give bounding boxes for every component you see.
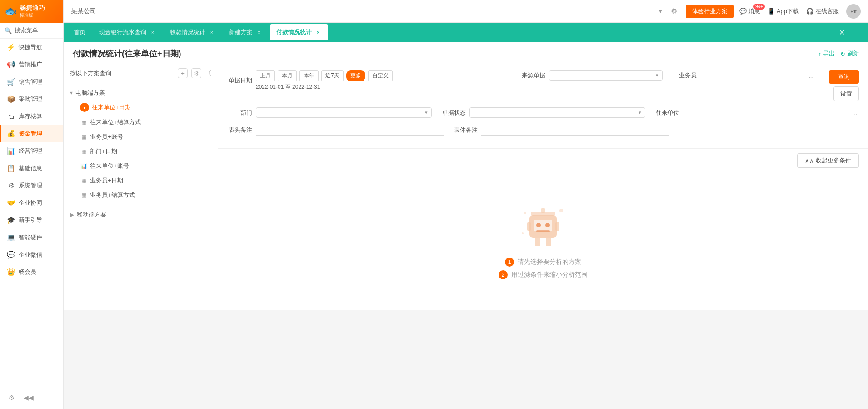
tab-home[interactable]: 首页 [67, 24, 92, 40]
app-download-btn[interactable]: 📱 App下载 [768, 7, 799, 15]
add-scheme-btn[interactable]: + [178, 68, 188, 78]
search-menu[interactable]: 🔍 搜索菜单 [0, 23, 63, 39]
sidebar-item-hardware[interactable]: 💻 智能硬件 [0, 229, 63, 246]
online-service-btn[interactable]: 🎧 在线客服 [806, 7, 839, 15]
source-field: 来源单据 ▾ [520, 70, 663, 81]
scheme-group-arrow: ▾ [70, 90, 73, 96]
sidebar-item-cooperation[interactable]: 🤝 企业协同 [0, 194, 63, 212]
scheme-item-staff-account[interactable]: ▦ 业务员+账号 [64, 130, 218, 144]
scheme-item-staff-settle[interactable]: ▦ 业务员+结算方式 [64, 188, 218, 202]
sidebar-item-label: 销售管理 [19, 78, 42, 86]
maximize-btn[interactable]: ⛶ [852, 26, 864, 39]
dept-select[interactable]: ▾ [256, 107, 432, 118]
sidebar-item-purchase[interactable]: 📦 采购管理 [0, 91, 63, 108]
tab-payment-stat[interactable]: 付款情况统计 × [270, 24, 328, 40]
tab-new-scheme[interactable]: 新建方案 × [223, 24, 269, 40]
table-icon-3: ▦ [80, 148, 87, 155]
source-select[interactable]: ▾ [549, 70, 663, 81]
date-tab-more[interactable]: 更多 [346, 70, 365, 81]
partner-input[interactable] [683, 107, 850, 118]
page-content: 付款情况统计(往来单位+日期) ↑ 导出 ↻ 刷新 按以下方案查询 + ⚙ [64, 42, 868, 409]
trial-btn[interactable]: 体验行业方案 [686, 5, 734, 18]
company-name: 某某公司 [71, 7, 653, 15]
tab-receipt-stat[interactable]: 收款情况统计 × [164, 24, 222, 40]
collapse-more-btn[interactable]: ∧∧ 收起更多条件 [797, 153, 859, 168]
collapse-scheme-btn[interactable]: 《 [205, 69, 211, 77]
staff-input[interactable] [700, 70, 805, 81]
tab-payment-label: 付款情况统计 [276, 28, 312, 36]
user-avatar[interactable]: Rit [846, 4, 861, 19]
table-icon-4: ▦ [80, 177, 87, 184]
scheme-item-dept-date[interactable]: ▦ 部门+日期 [64, 144, 218, 159]
sidebar-item-quick-nav[interactable]: ⚡ 快捷导航 [0, 39, 63, 56]
company-dropdown-arrow[interactable]: ▾ [659, 8, 662, 15]
sidebar-item-wechat[interactable]: 💬 企业微信 [0, 246, 63, 263]
doc-status-select-arrow: ▾ [639, 110, 641, 116]
svg-point-12 [559, 209, 563, 212]
sidebar-item-sales[interactable]: 🛒 销售管理 [0, 73, 63, 91]
message-badge: 99+ [753, 4, 765, 10]
sidebar-item-capital[interactable]: 💰 资金管理 [0, 125, 63, 142]
topbar-gear-btn[interactable]: ⚙ [668, 5, 680, 18]
tab-bank-label: 现金银行流水查询 [99, 28, 146, 36]
tab-payment-close[interactable]: × [314, 29, 322, 36]
mobile-scheme-group[interactable]: ▶ 移动端方案 [64, 208, 218, 222]
main-area: 某某公司 ▾ ⚙ 体验行业方案 💬 消息 99+ 📱 App下载 🎧 在线客服 … [64, 0, 868, 409]
sidebar-item-inventory[interactable]: 🗂 库存核算 [0, 108, 63, 125]
date-tab-7days[interactable]: 近7天 [321, 70, 344, 81]
collapse-sidebar-btn[interactable]: ◀◀ [22, 391, 35, 404]
sidebar-item-member[interactable]: 👑 畅会员 [0, 263, 63, 281]
tab-bank[interactable]: 现金银行流水查询 × [93, 24, 163, 40]
mobile-group-label: 移动端方案 [77, 211, 106, 219]
topbar: 某某公司 ▾ ⚙ 体验行业方案 💬 消息 99+ 📱 App下载 🎧 在线客服 … [64, 0, 868, 23]
svg-rect-6 [555, 222, 559, 231]
date-tab-last-month[interactable]: 上月 [256, 70, 275, 81]
header-note-input[interactable] [256, 125, 444, 136]
query-btn[interactable]: 查询 [829, 70, 859, 84]
scheme-item-unit-settle[interactable]: ▦ 往来单位+结算方式 [64, 115, 218, 130]
tab-receipt-close[interactable]: × [208, 29, 215, 36]
sidebar-item-basics[interactable]: 📋 基础信息 [0, 160, 63, 177]
export-label: 导出 [823, 50, 835, 58]
date-tab-this-year[interactable]: 本年 [299, 70, 319, 81]
scheme-settings-btn[interactable]: ⚙ [191, 68, 201, 78]
sidebar-item-system[interactable]: ⚙ 系统管理 [0, 177, 63, 194]
tab-receipt-label: 收款情况统计 [170, 28, 205, 36]
scheme-item-label: 往来单位+日期 [92, 103, 131, 111]
cooperation-icon: 🤝 [7, 199, 15, 207]
tab-bank-close[interactable]: × [149, 29, 156, 36]
table-icon-5: ▦ [80, 192, 87, 199]
scheme-header: 按以下方案查询 + ⚙ 《 [64, 64, 218, 83]
body-note-input[interactable] [481, 125, 669, 136]
refresh-btn[interactable]: ↻ 刷新 [840, 50, 859, 58]
sidebar-item-label: 快捷导航 [19, 43, 42, 51]
sidebar-item-operations[interactable]: 📊 经营管理 [0, 142, 63, 160]
date-tab-custom[interactable]: 自定义 [368, 70, 393, 81]
svg-point-13 [522, 232, 524, 234]
header-note-label: 表头备注 [227, 126, 252, 134]
service-label: 在线客服 [815, 7, 839, 15]
scheme-item-unit-account[interactable]: 📊 往来单位+账号 [64, 159, 218, 173]
wechat-icon: 💬 [7, 251, 15, 259]
scheme-item-staff-date[interactable]: ▦ 业务员+日期 [64, 173, 218, 188]
partner-label: 往来单位 [654, 109, 679, 117]
date-tab-this-month[interactable]: 本月 [278, 70, 297, 81]
svg-rect-8 [546, 238, 551, 246]
export-btn[interactable]: ↑ 导出 [818, 50, 835, 58]
staff-more-btn[interactable]: ... [808, 72, 813, 79]
partner-field: 往来单位 ... [654, 107, 859, 118]
dept-field: 部门 ▾ [227, 107, 432, 118]
message-btn[interactable]: 💬 消息 99+ [739, 7, 760, 15]
doc-status-select[interactable]: ▾ [469, 107, 645, 118]
settings-btn[interactable]: 设置 [833, 86, 859, 101]
partner-more-btn[interactable]: ... [854, 110, 859, 116]
settings-bottom-btn[interactable]: ⚙ [5, 391, 18, 404]
scheme-item-unit-date[interactable]: ● 往来单位+日期 [64, 100, 218, 115]
sidebar-item-guide[interactable]: 🎓 新手引导 [0, 212, 63, 229]
desktop-scheme-group[interactable]: ▾ 电脑端方案 [64, 86, 218, 100]
sidebar-item-label: 资金管理 [19, 130, 42, 138]
tab-new-scheme-close[interactable]: × [255, 29, 263, 36]
refresh-label: 刷新 [847, 50, 859, 58]
sidebar-item-marketing[interactable]: 📢 营销推广 [0, 56, 63, 73]
close-all-tabs-btn[interactable]: ✕ [835, 26, 848, 39]
